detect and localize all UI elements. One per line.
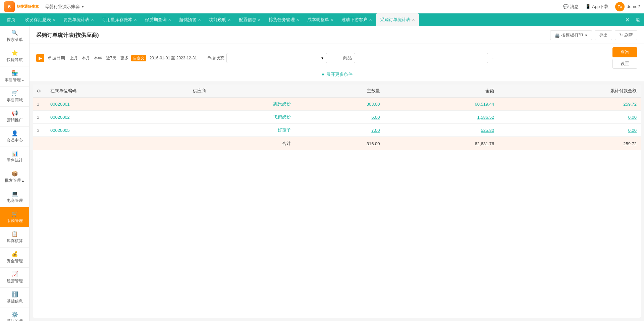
print-button[interactable]: 🖨️ 按模板打印 ▼ [550, 30, 592, 40]
filter-toggle-btn[interactable]: ▶ [36, 54, 44, 62]
tab-成本调整单[interactable]: 成本调整单✕ [303, 13, 337, 26]
topbar: 6 畅捷通好生意 母婴行业演示账套 ▼ 💬 消息 📱 App下载 Ea demo… [0, 0, 644, 13]
store-icon: 🏪 [11, 70, 18, 76]
sidebar-item-search[interactable]: 🔍 搜索菜单 [0, 26, 29, 46]
cart-icon: 🛒 [11, 90, 18, 96]
sidebar-item-inventory[interactable]: 📋 库存核算 [0, 227, 29, 248]
shortcut-this-month[interactable]: 本月 [80, 55, 91, 62]
close-icon[interactable]: ✕ [52, 18, 55, 22]
sidebar-item-wholesale[interactable]: 📦 批发管理▲ [0, 167, 29, 187]
row-qty[interactable]: 6.00 [295, 111, 384, 124]
info-icon: ℹ️ [11, 291, 18, 298]
refresh-icon: ↻ [619, 33, 623, 38]
tab-收发存汇总表[interactable]: 收发存汇总表✕ [21, 13, 59, 26]
row-code[interactable]: 00020005 [46, 124, 189, 137]
close-icon[interactable]: ✕ [134, 18, 137, 22]
sidebar-item-operations[interactable]: 📈 经营管理 [0, 268, 29, 288]
query-button[interactable]: 查询 [612, 47, 637, 57]
tab-邀请下游客户[interactable]: 邀请下游客户✕ [337, 13, 376, 26]
row-num: 2 [33, 111, 46, 124]
sidebar-item-retail-mall[interactable]: 🛒 零售商城 [0, 87, 29, 107]
close-icon[interactable]: ✕ [91, 18, 94, 22]
logo: 6 畅捷通好生意 [4, 1, 39, 12]
sidebar-item-system[interactable]: ⚙️ 系统管理 [0, 308, 29, 321]
goods-filter-label: 商品 [343, 55, 352, 61]
close-icon[interactable]: ✕ [412, 18, 415, 22]
tab-采购订单统计表[interactable]: 采购订单统计表✕ [376, 13, 419, 26]
col-supplier: 供应商 [189, 85, 295, 98]
footer-qty: 316.00 [295, 137, 384, 150]
expand-icon: ▲ [21, 78, 24, 82]
sidebar-item-retail-mgmt[interactable]: 🏪 零售管理▲ [0, 66, 29, 87]
logo-text: 畅捷通好生意 [17, 4, 39, 9]
row-amount[interactable]: 525.80 [384, 124, 498, 137]
tab-拣货任务管理[interactable]: 拣货任务管理✕ [265, 13, 303, 26]
goods-search-input[interactable] [354, 53, 488, 63]
messages-btn[interactable]: 💬 消息 [563, 4, 579, 10]
shortcut-last-month[interactable]: 上月 [68, 55, 79, 62]
sidebar-item-purchase[interactable]: 🛒 采购管理 [0, 207, 29, 227]
nav-restore-btn[interactable]: ⧉ [634, 15, 643, 24]
user-area[interactable]: Ea demo2 [615, 2, 640, 11]
date-filter-label: 单据日期 [48, 55, 65, 61]
sidebar-item-marketing[interactable]: 📢 营销推广 [0, 107, 29, 127]
shortcut-more[interactable]: 更多 [119, 55, 130, 62]
expand-more-btn[interactable]: ▼ 展开更多条件 [321, 71, 353, 77]
tab-可用量库存账本[interactable]: 可用量库存账本✕ [98, 13, 141, 26]
row-paid[interactable]: 0.00 [498, 111, 641, 124]
close-icon[interactable]: ✕ [168, 18, 171, 22]
purchase-icon: 🛒 [11, 211, 18, 217]
trending-icon: 📈 [11, 271, 18, 277]
sidebar-item-ecommerce[interactable]: 💻 电商管理 [0, 187, 29, 207]
row-paid[interactable]: 0.00 [498, 124, 641, 137]
tab-超储预警[interactable]: 超储预警✕ [175, 13, 205, 26]
settings-icon: ⚙ [37, 89, 41, 94]
tab-配置信息[interactable]: 配置信息✕ [235, 13, 265, 26]
tab-功能说明[interactable]: 功能说明✕ [205, 13, 235, 26]
gear-icon: ⚙️ [11, 311, 18, 318]
row-qty[interactable]: 303.00 [295, 98, 384, 111]
row-code[interactable]: 00020001 [46, 98, 189, 111]
star-icon: ⭐ [11, 50, 18, 56]
filter-area: ▶ 单据日期 上月 本月 本年 近7天 更多 自定义 2016-01-01 至 … [30, 44, 644, 81]
app-download-btn[interactable]: 📱 App下载 [585, 4, 608, 10]
row-amount[interactable]: 1,586.52 [384, 111, 498, 124]
shortcut-7days[interactable]: 近7天 [105, 55, 118, 62]
workspace-selector[interactable]: 母婴行业演示账套 ▼ [45, 4, 85, 10]
row-supplier[interactable]: 好孩子 [189, 124, 295, 137]
printer-icon: 🖨️ [554, 33, 560, 38]
sidebar-item-basic-info[interactable]: ℹ️ 基础信息 [0, 288, 29, 308]
row-qty[interactable]: 7.00 [295, 124, 384, 137]
col-settings[interactable]: ⚙ [33, 85, 46, 98]
close-icon[interactable]: ✕ [258, 18, 261, 22]
more-options-icon[interactable]: ··· [490, 55, 494, 61]
close-icon[interactable]: ✕ [369, 18, 372, 22]
nav-close-btn[interactable]: ✕ [623, 15, 632, 24]
tab-要货单统计表[interactable]: 要货单统计表✕ [59, 13, 98, 26]
settings-button[interactable]: 设置 [612, 59, 637, 69]
row-code[interactable]: 00020002 [46, 111, 189, 124]
row-supplier[interactable]: 飞鹤奶粉 [189, 111, 295, 124]
sidebar-item-members[interactable]: 👤 会员中心 [0, 127, 29, 147]
row-paid[interactable]: 259.72 [498, 98, 641, 111]
sidebar-item-shortcuts[interactable]: ⭐ 快捷导航 [0, 46, 29, 66]
row-amount[interactable]: 60,519.44 [384, 98, 498, 111]
megaphone-icon: 📢 [11, 110, 18, 116]
table-row: 2 00020002 飞鹤奶粉 6.00 1,586.52 0.00 [33, 111, 641, 124]
tab-保质期查询[interactable]: 保质期查询✕ [141, 13, 175, 26]
row-supplier[interactable]: 惠氏奶粉 [189, 98, 295, 111]
export-button[interactable]: 导出 [595, 30, 612, 40]
close-icon[interactable]: ✕ [228, 18, 231, 22]
tab-home[interactable]: 首页 [1, 13, 21, 26]
refresh-button[interactable]: ↻ 刷新 [615, 30, 637, 40]
sidebar-item-finance[interactable]: 💰 资金管理 [0, 248, 29, 268]
row-num: 3 [33, 124, 46, 137]
close-icon[interactable]: ✕ [330, 18, 333, 22]
custom-date-badge[interactable]: 自定义 [131, 55, 146, 61]
main-content: 采购订单统计表(按供应商) 🖨️ 按模板打印 ▼ 导出 ↻ 刷新 ▶ [30, 26, 644, 321]
shortcut-this-year[interactable]: 本年 [93, 55, 103, 62]
sidebar-item-retail-stats[interactable]: 📊 零售统计 [0, 147, 29, 167]
close-icon[interactable]: ✕ [198, 18, 201, 22]
close-icon[interactable]: ✕ [296, 18, 299, 22]
status-select[interactable]: ▼ [226, 53, 327, 63]
